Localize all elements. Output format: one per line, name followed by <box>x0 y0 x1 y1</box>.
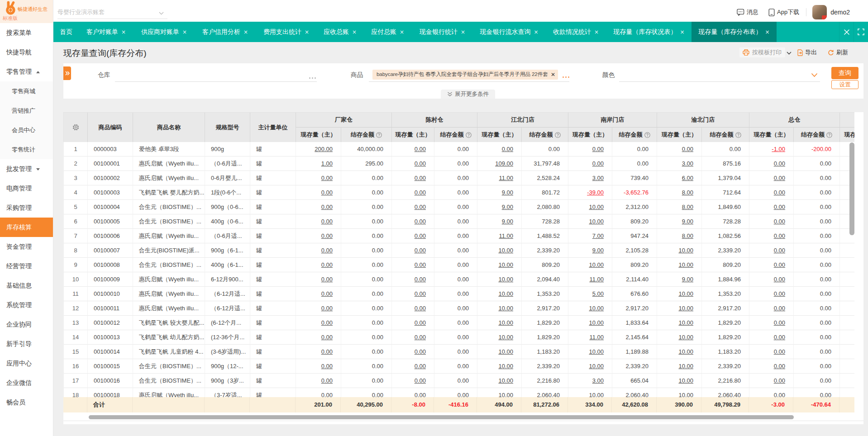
qty-link[interactable]: 10.00 <box>678 377 693 384</box>
qty-link[interactable]: 0.00 <box>415 189 426 196</box>
sidebar-item-零售商城[interactable]: 零售商城 <box>0 81 53 101</box>
qty-link[interactable]: 0.00 <box>774 348 785 355</box>
qty-link[interactable]: 10.00 <box>498 261 513 268</box>
refresh-button[interactable]: 刷新 <box>828 48 848 57</box>
print-by-template-button[interactable]: 按模板打印 <box>739 47 785 57</box>
qty-link[interactable]: 8.00 <box>682 189 693 196</box>
qty-link[interactable]: 0.00 <box>415 319 426 326</box>
qty-link[interactable]: 0.00 <box>321 218 333 225</box>
qty-link[interactable]: 0.00 <box>415 175 426 181</box>
settings-button[interactable]: 设置 <box>831 80 858 89</box>
qty-link[interactable]: 0.00 <box>321 319 333 326</box>
qty-link[interactable]: 0.00 <box>321 334 333 341</box>
product-input[interactable]: babycare孕妇待产包 春季入院全套母子组合孕妇产后冬季月子用品 22件套 … <box>369 69 569 82</box>
tab-费用支出统计[interactable]: 费用支出统计× <box>256 22 317 42</box>
qty-link[interactable]: 10.00 <box>678 290 693 297</box>
avatar[interactable] <box>812 5 827 19</box>
tab-close-icon[interactable]: × <box>400 29 404 35</box>
qty-link[interactable]: 10.00 <box>678 305 693 312</box>
qty-link[interactable]: 3.00 <box>592 377 604 384</box>
qty-link[interactable]: 0.00 <box>682 146 693 152</box>
tab-客户信用分析[interactable]: 客户信用分析× <box>195 22 256 42</box>
qty-link[interactable]: 0.00 <box>502 146 513 152</box>
qty-link[interactable]: 0.00 <box>321 232 333 239</box>
qty-link[interactable]: 8.00 <box>682 204 693 210</box>
sidebar-item-零售管理[interactable]: 零售管理 <box>0 62 53 81</box>
qty-link[interactable]: 9.00 <box>592 247 604 254</box>
qty-link[interactable]: 0.00 <box>415 218 426 225</box>
qty-link[interactable]: 0.00 <box>415 247 426 254</box>
qty-link[interactable]: 0.00 <box>415 305 426 312</box>
qty-link[interactable]: 0.00 <box>321 261 333 268</box>
qty-link[interactable]: 0.00 <box>321 276 333 283</box>
qty-link[interactable]: 10.00 <box>498 319 513 326</box>
qty-link[interactable]: 200.00 <box>315 146 333 152</box>
qty-link[interactable]: 0.00 <box>415 363 426 370</box>
qty-link[interactable]: 0.00 <box>321 247 333 254</box>
tab-应收总账[interactable]: 应收总账× <box>317 22 363 42</box>
tab-close-icon[interactable]: × <box>461 29 465 35</box>
qty-link[interactable]: 10.00 <box>589 305 604 312</box>
qty-link[interactable]: 10.00 <box>498 276 513 283</box>
product-more-icon[interactable] <box>561 72 572 79</box>
qty-link[interactable]: 7.00 <box>592 232 604 239</box>
tab-现金银行流水查询[interactable]: 现金银行流水查询× <box>473 22 545 42</box>
qty-link[interactable]: 10.00 <box>678 348 693 355</box>
tab-应付总账[interactable]: 应付总账× <box>363 22 412 42</box>
qty-link[interactable]: 9.00 <box>502 189 513 196</box>
tab-现金银行统计[interactable]: 现金银行统计× <box>412 22 473 42</box>
qty-link[interactable]: 0.00 <box>774 189 785 196</box>
qty-link[interactable]: 3.00 <box>592 175 604 181</box>
horizontal-scrollbar[interactable] <box>89 415 794 419</box>
qty-link[interactable]: 0.00 <box>774 377 785 384</box>
tab-首页[interactable]: 首页 <box>53 22 79 42</box>
sidebar-item-批发管理[interactable]: 批发管理 <box>0 159 53 179</box>
qty-link[interactable]: 6.00 <box>682 175 693 181</box>
tab-close-icon[interactable]: × <box>765 29 769 35</box>
qty-link[interactable]: 9.00 <box>682 218 693 225</box>
export-button[interactable]: 导出 <box>797 48 817 57</box>
qty-link[interactable]: 3.00 <box>682 160 693 167</box>
sidebar-item-电商管理[interactable]: 电商管理 <box>0 179 53 198</box>
sidebar-item-搜索菜单[interactable]: 搜索菜单 <box>0 23 53 43</box>
app-download-button[interactable]: App下载 <box>768 8 799 16</box>
tab-close-icon[interactable]: × <box>182 29 187 35</box>
qty-link[interactable]: 10.00 <box>678 247 693 254</box>
sidebar-item-资金管理[interactable]: 资金管理 <box>0 237 53 256</box>
print-options-caret[interactable] <box>787 49 792 56</box>
tab-close-icon[interactable]: × <box>352 29 357 35</box>
qty-link[interactable]: 8.00 <box>682 232 693 239</box>
sidebar-item-快捷导航[interactable]: 快捷导航 <box>0 43 53 62</box>
collapse-filter-button[interactable] <box>63 66 71 80</box>
tab-close-icon[interactable]: × <box>121 29 126 35</box>
qty-link[interactable]: 0.00 <box>415 334 426 341</box>
qty-link[interactable]: 9.00 <box>502 204 513 210</box>
account-selector[interactable]: 母婴行业演示账套 <box>57 0 167 19</box>
qty-link[interactable]: 0.00 <box>321 290 333 297</box>
qty-link[interactable]: 0.00 <box>415 204 426 210</box>
qty-link[interactable]: 10.00 <box>498 348 513 355</box>
qty-link[interactable]: 0.00 <box>774 232 785 239</box>
qty-link[interactable]: 0.00 <box>774 363 785 370</box>
qty-link[interactable]: 10.00 <box>498 305 513 312</box>
qty-link[interactable]: 0.00 <box>592 146 604 152</box>
qty-link[interactable]: 1.00 <box>321 160 333 167</box>
sidebar-item-系统管理[interactable]: 系统管理 <box>0 295 53 315</box>
qty-link[interactable]: 11.00 <box>499 175 513 181</box>
sidebar-item-库存核算[interactable]: 库存核算 <box>0 218 53 237</box>
product-chip[interactable]: babycare孕妇待产包 春季入院全套母子组合孕妇产后冬季月子用品 22件套 … <box>372 70 558 80</box>
sidebar-item-基础信息[interactable]: 基础信息 <box>0 276 53 295</box>
close-all-tabs-button[interactable] <box>839 22 854 42</box>
qty-link[interactable]: 10.00 <box>678 334 693 341</box>
qty-link[interactable]: 0.00 <box>321 363 333 370</box>
qty-link[interactable]: 0.00 <box>415 348 426 355</box>
sidebar-item-营销推广[interactable]: 营销推广 <box>0 101 53 120</box>
qty-link[interactable]: 10.00 <box>678 363 693 370</box>
sidebar-item-应用中心[interactable]: 应用中心 <box>0 354 53 373</box>
qty-link[interactable]: 10.00 <box>678 319 693 326</box>
sidebar-item-会员中心[interactable]: 会员中心 <box>0 120 53 140</box>
qty-link[interactable]: 0.00 <box>415 276 426 283</box>
qty-link[interactable]: 11.00 <box>589 276 604 283</box>
qty-link[interactable]: 0.00 <box>415 146 426 152</box>
tab-客户对账单[interactable]: 客户对账单× <box>79 22 134 42</box>
